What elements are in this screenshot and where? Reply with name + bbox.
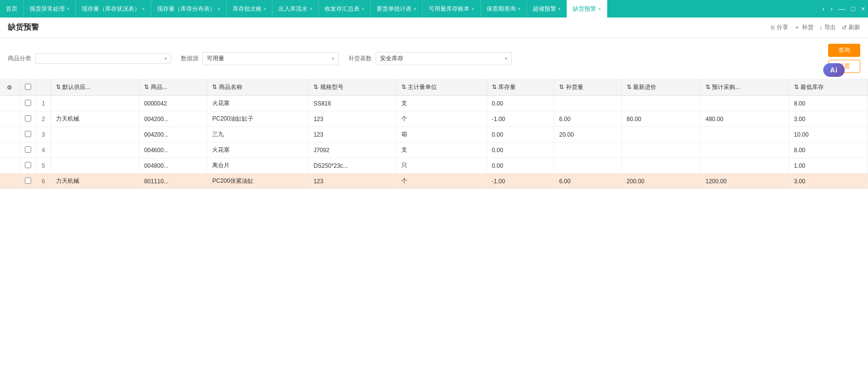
- close-icon[interactable]: ×: [142, 6, 145, 12]
- tab-item-3[interactable]: 现存量（库存分布表）×: [151, 0, 227, 18]
- row-checkbox[interactable]: [25, 115, 31, 122]
- tab-item-6[interactable]: 收发存汇总表×: [319, 0, 371, 18]
- tab-item-10[interactable]: 超储预警×: [527, 0, 567, 18]
- row-checkbox-cell[interactable]: [19, 111, 36, 127]
- col-latest-price[interactable]: ⇅ 最新进价: [621, 79, 700, 96]
- tab-label: 要货单统计表: [377, 5, 412, 13]
- window-minimize-btn[interactable]: —: [835, 0, 848, 18]
- tab-nav-next[interactable]: ›: [828, 0, 836, 18]
- close-icon[interactable]: ×: [67, 6, 70, 12]
- row-checkbox[interactable]: [25, 100, 31, 106]
- tab-item-11[interactable]: 缺货预警×: [567, 0, 607, 18]
- tab-label: 出入库流水: [278, 5, 307, 13]
- col-checkbox[interactable]: [19, 79, 36, 96]
- tab-label: 拣货异常处理: [30, 5, 65, 13]
- chevron-down-icon: ▾: [164, 56, 167, 61]
- row-checkbox[interactable]: [25, 131, 31, 137]
- row-default-supplier: [51, 96, 139, 111]
- row-unit: 个: [397, 111, 487, 127]
- tab-item-4[interactable]: 库存批次账×: [227, 0, 273, 18]
- row-estimated-purchase: 480.00: [700, 111, 789, 127]
- close-icon[interactable]: ×: [217, 6, 220, 12]
- col-default-supplier[interactable]: ⇅ 默认供应...: [51, 79, 139, 96]
- chevron-down-icon-3: ▾: [505, 56, 507, 61]
- data-table: ⚙ ⇅ 默认供应... ⇅ 商品... ⇅ 商品名称 ⇅ 规格型号 ⇅ 主计量单…: [0, 79, 868, 189]
- query-button[interactable]: 查询: [828, 44, 860, 57]
- select-all-checkbox[interactable]: [25, 84, 31, 90]
- table-row: 6 力天机械 801110... PC200张紧油缸 123 个 -1.00 6…: [0, 174, 868, 189]
- row-checkbox[interactable]: [25, 162, 31, 168]
- row-default-supplier: 力天机械: [51, 174, 139, 189]
- row-spec: 123: [308, 127, 397, 142]
- table-row: 3 004200... 三九 123 箱 0.00 20.00 10.00: [0, 127, 868, 142]
- tab-item-9[interactable]: 保质期查询×: [481, 0, 527, 18]
- sort-icon-5: ⇅: [401, 84, 406, 90]
- row-spec: 123: [308, 111, 397, 127]
- table-container: ⚙ ⇅ 默认供应... ⇅ 商品... ⇅ 商品名称 ⇅ 规格型号 ⇅ 主计量单…: [0, 79, 868, 189]
- row-default-supplier: [51, 158, 139, 174]
- row-num: 1: [36, 96, 51, 111]
- refresh-button[interactable]: ↺ 刷新: [842, 23, 860, 32]
- row-unit: 个: [397, 174, 487, 189]
- close-icon[interactable]: ×: [264, 6, 267, 12]
- export-icon: ↓: [819, 24, 822, 31]
- row-spec: DS250*23c...: [308, 158, 397, 174]
- datasource-label: 数据源: [181, 54, 199, 63]
- replenish-base-select[interactable]: 安全库存 ▾: [376, 52, 512, 65]
- col-min-stock[interactable]: ⇅ 最低库存: [789, 79, 868, 96]
- close-icon[interactable]: ×: [598, 6, 601, 12]
- sort-icon-6: ⇅: [492, 84, 497, 90]
- tab-label: 超储预警: [533, 5, 556, 13]
- replenish-base-value: 安全库存: [380, 54, 403, 63]
- tab-item-1[interactable]: 拣货异常处理×: [24, 0, 76, 18]
- tab-item-8[interactable]: 可用量库存账本×: [423, 0, 481, 18]
- row-unit: 支: [397, 96, 487, 111]
- tab-item-7[interactable]: 要货单统计表×: [371, 0, 423, 18]
- close-icon[interactable]: ×: [518, 6, 521, 12]
- col-stock[interactable]: ⇅ 库存量: [487, 79, 554, 96]
- row-gear: [0, 111, 19, 127]
- row-checkbox-cell[interactable]: [19, 174, 36, 189]
- replenish-button[interactable]: ＋ 补货: [794, 23, 814, 32]
- tab-item-2[interactable]: 现存量（库存状况表）×: [76, 0, 151, 18]
- close-icon[interactable]: ×: [558, 6, 561, 12]
- tab-nav-prev[interactable]: ‹: [819, 0, 828, 18]
- ai-badge[interactable]: Ai: [823, 63, 845, 77]
- row-stock: -1.00: [487, 111, 554, 127]
- row-checkbox-cell[interactable]: [19, 142, 36, 158]
- window-maximize-btn[interactable]: □: [848, 0, 858, 18]
- row-stock: 0.00: [487, 96, 554, 111]
- tab-item-5[interactable]: 出入库流水×: [272, 0, 319, 18]
- category-select[interactable]: ▾: [35, 53, 171, 64]
- tab-label: 现存量（库存分布表）: [157, 5, 216, 13]
- close-icon[interactable]: ×: [471, 6, 474, 12]
- row-gear: [0, 96, 19, 111]
- share-button[interactable]: ⎘ 分享: [771, 23, 788, 32]
- datasource-select[interactable]: 可用量 ▾: [202, 52, 339, 65]
- col-spec[interactable]: ⇅ 规格型号: [308, 79, 397, 96]
- sort-icon-2: ⇅: [144, 84, 149, 90]
- col-product-name[interactable]: ⇅ 商品名称: [207, 79, 308, 96]
- export-button[interactable]: ↓ 导出: [819, 23, 836, 32]
- close-icon[interactable]: ×: [414, 6, 416, 12]
- col-unit[interactable]: ⇅ 主计量单位: [397, 79, 487, 96]
- row-checkbox[interactable]: [25, 177, 31, 184]
- close-icon[interactable]: ×: [362, 6, 364, 12]
- row-checkbox-cell[interactable]: [19, 127, 36, 142]
- sort-icon-7: ⇅: [559, 84, 564, 90]
- row-checkbox-cell[interactable]: [19, 158, 36, 174]
- row-product-name: PC200油缸缸子: [207, 111, 308, 127]
- col-product-code[interactable]: ⇅ 商品...: [139, 79, 207, 96]
- window-close-btn[interactable]: ×: [858, 0, 868, 18]
- col-replenish[interactable]: ⇅ 补货量: [554, 79, 622, 96]
- row-spec: 123: [308, 174, 397, 189]
- row-checkbox-cell[interactable]: [19, 96, 36, 111]
- close-icon[interactable]: ×: [309, 6, 312, 12]
- col-gear[interactable]: ⚙: [0, 79, 19, 96]
- tab-item-0[interactable]: 首页: [0, 0, 24, 18]
- col-estimated-purchase[interactable]: ⇅ 预计采购...: [700, 79, 789, 96]
- row-checkbox[interactable]: [25, 146, 31, 153]
- replenish-icon: ＋: [794, 23, 800, 32]
- table-row: 4 004600... 火花塞 J7092 支 0.00 8.00: [0, 142, 868, 158]
- refresh-icon: ↺: [842, 24, 847, 31]
